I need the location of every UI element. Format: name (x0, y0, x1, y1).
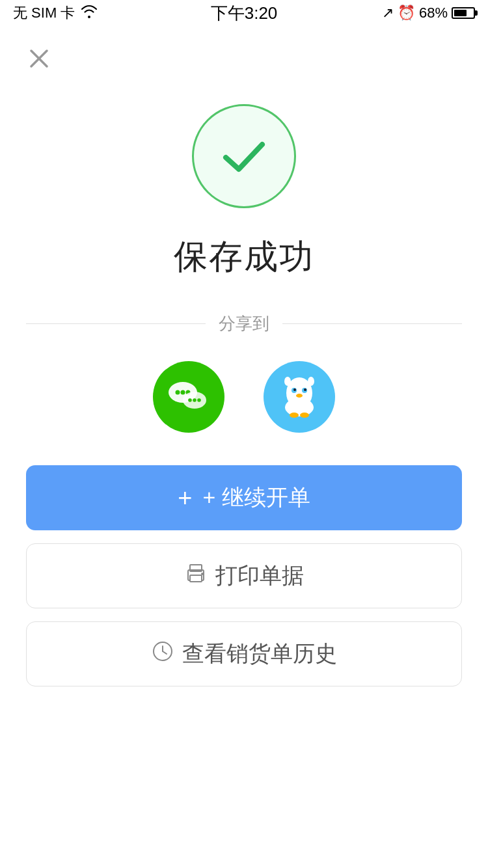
svg-point-19 (284, 377, 291, 386)
svg-point-18 (300, 413, 309, 418)
share-icons (26, 361, 462, 433)
qq-icon (278, 373, 321, 420)
wechat-share-button[interactable] (153, 361, 224, 433)
battery-percent: 68% (419, 5, 448, 21)
plus-icon: + (178, 484, 192, 512)
clock-icon (151, 640, 174, 668)
svg-rect-23 (190, 575, 202, 582)
battery-icon (452, 7, 475, 19)
history-label: 查看销货单历史 (182, 639, 337, 669)
status-left: 无 SIM 卡 (13, 3, 98, 23)
share-divider: 分享到 (26, 312, 462, 335)
svg-point-17 (290, 413, 299, 418)
success-title: 保存成功 (174, 234, 314, 280)
status-bar: 无 SIM 卡 下午3:20 ↗ ⏰ 68% (0, 0, 488, 26)
svg-point-13 (293, 388, 296, 391)
checkmark-icon (218, 130, 270, 182)
svg-point-9 (197, 398, 201, 402)
svg-point-14 (304, 388, 306, 391)
continue-label: + 继续开单 (202, 483, 310, 513)
svg-point-24 (201, 573, 204, 575)
share-label: 分享到 (219, 312, 269, 335)
qq-share-button[interactable] (264, 361, 335, 433)
location-icon: ↗ (382, 5, 394, 21)
svg-point-7 (188, 398, 192, 402)
history-button[interactable]: 查看销货单历史 (26, 621, 462, 686)
close-button[interactable] (20, 39, 59, 78)
alarm-icon: ⏰ (398, 5, 415, 21)
printer-icon (184, 562, 208, 590)
svg-point-15 (296, 394, 303, 398)
svg-line-27 (163, 651, 167, 654)
svg-point-16 (285, 398, 314, 416)
svg-point-3 (176, 390, 180, 395)
continue-button[interactable]: + + 继续开单 (26, 465, 462, 530)
share-section: 分享到 (26, 312, 462, 433)
success-circle (192, 104, 296, 208)
print-label: 打印单据 (215, 561, 304, 591)
action-buttons: + + 继续开单 打印单据 查看销货单 (26, 465, 462, 686)
sim-status: 无 SIM 卡 (13, 3, 75, 23)
main-content: 保存成功 分享到 (0, 91, 488, 868)
print-button[interactable]: 打印单据 (26, 543, 462, 608)
status-time: 下午3:20 (211, 2, 278, 25)
wechat-icon (166, 378, 211, 416)
svg-point-20 (308, 377, 314, 386)
close-icon (27, 47, 51, 70)
wifi-icon (80, 4, 98, 22)
svg-point-8 (193, 398, 197, 402)
status-right: ↗ ⏰ 68% (382, 5, 475, 21)
svg-point-4 (181, 390, 185, 395)
